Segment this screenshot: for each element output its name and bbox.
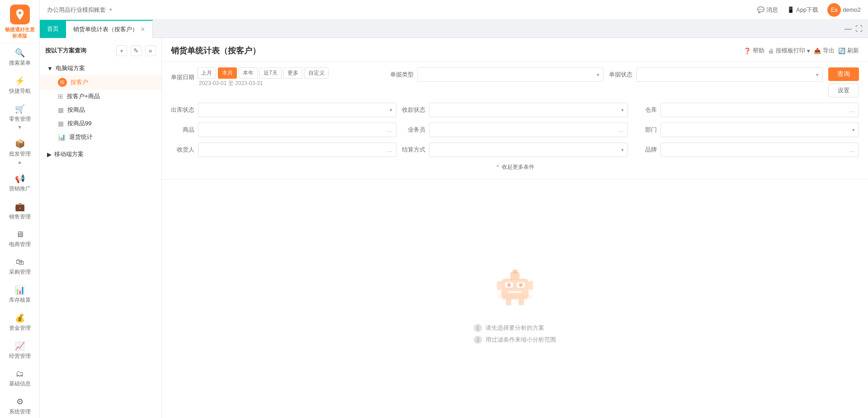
date-this-year[interactable]: 本年 [239, 67, 258, 79]
user-menu[interactable]: Ea demo2 [827, 3, 861, 17]
sidebar-item-ecommerce[interactable]: 🖥 电商管理 [0, 225, 39, 253]
sidebar-item-marketing[interactable]: 📢 营销推广 [0, 169, 39, 197]
sidebar-item-finance[interactable]: 💰 资金管理 [0, 309, 39, 337]
svg-rect-8 [513, 270, 517, 273]
refresh-button[interactable]: 🔄 刷新 [838, 47, 859, 55]
scheme-by-customer-goods[interactable]: ⊞ 按客户+商品 [40, 90, 161, 103]
inventory-icon: 📊 [15, 285, 25, 295]
wholesale-icon: 📦 [15, 139, 25, 149]
scheme-by-goods99[interactable]: ▦ 按商品99 [40, 117, 161, 130]
home-tab-label: 首页 [47, 25, 59, 33]
window-minimize-icon[interactable]: — [844, 25, 852, 33]
basics-icon: 🗂 [16, 369, 24, 379]
salesperson-select[interactable]: … [429, 123, 627, 137]
payment-chevron: ▾ [621, 107, 624, 113]
payment-status-select[interactable]: ▾ [429, 103, 627, 117]
app-icon: 📱 [787, 6, 794, 13]
collapse-label: 收起更多条件 [502, 163, 534, 171]
collapse-bar[interactable]: ⌃ 收起更多条件 [171, 161, 859, 174]
export-icon: 📤 [814, 48, 821, 54]
doc-status-label: 单据状态 [609, 71, 632, 79]
scheme-by-goods[interactable]: ▦ 按商品 [40, 103, 161, 117]
sidebar-item-basics[interactable]: 🗂 基础信息 [0, 365, 39, 392]
delivery-status-select[interactable]: ▾ [198, 103, 396, 117]
left-panel-actions: + ✎ « [116, 45, 156, 56]
goods-select[interactable]: … [198, 123, 396, 137]
department-select[interactable]: ▾ [660, 123, 859, 137]
date-label: 单据日期 [171, 73, 194, 81]
sidebar-basics-label: 基础信息 [9, 380, 31, 388]
quicknav-icon: ⚡ [15, 76, 25, 86]
sidebar: 畅捷通好生意 标准版 🔍 搜索菜单 ⚡ 快捷导航 🛒 零售管理 ▼ 📦 批发管理… [0, 0, 40, 418]
sidebar-item-search[interactable]: 🔍 搜索菜单 [0, 43, 39, 71]
customer-scheme-icon: 按 [58, 78, 67, 87]
tab-home[interactable]: 首页 [40, 20, 66, 38]
sidebar-ecommerce-label: 电商管理 [9, 241, 31, 248]
doc-status-select[interactable]: ▾ [636, 67, 823, 82]
left-panel: 按以下方案查询 + ✎ « ▼ 电脑端方案 [40, 38, 162, 418]
mobile-section-header[interactable]: ▶ 移动端方案 [40, 147, 161, 161]
add-scheme-button[interactable]: + [116, 45, 127, 56]
settlement-select[interactable]: ▾ [429, 142, 627, 157]
brand-dots: … [849, 147, 855, 153]
date-range-text: 2023-03-01 至 2023-03-31 [199, 80, 329, 87]
search-button[interactable]: 查询 [828, 67, 859, 81]
app-download-button[interactable]: 📱 App下载 [787, 6, 818, 14]
print-icon: 🖨 [768, 48, 774, 54]
date-this-month[interactable]: 本月 [218, 67, 237, 79]
settings-button[interactable]: 设置 [828, 84, 859, 97]
tab-sales-stats[interactable]: 销货单统计表（按客户） ✕ [66, 20, 153, 38]
message-button[interactable]: 💬 消息 [757, 6, 778, 14]
sidebar-item-system[interactable]: ⚙ 系统管理 [0, 392, 39, 418]
svg-rect-12 [519, 299, 524, 305]
logo-icon [10, 5, 30, 24]
goods99-icon: ▦ [58, 120, 64, 127]
action-buttons: 查询 设置 [828, 67, 859, 97]
sidebar-item-inventory[interactable]: 📊 库存核算 [0, 280, 39, 309]
sidebar-item-operations[interactable]: 📈 经营管理 [0, 337, 39, 365]
doc-type-select[interactable]: ▾ [417, 67, 604, 82]
export-button[interactable]: 📤 导出 [814, 47, 835, 55]
receiver-select[interactable]: … [198, 142, 396, 157]
window-maximize-icon[interactable]: ⛶ [855, 25, 863, 33]
page-title: 销货单统计表（按客户） [171, 45, 260, 56]
tab-close-icon[interactable]: ✕ [141, 26, 145, 33]
wholesale-chevron: ▲ [17, 159, 22, 165]
scheme-customer-label: 按客户 [71, 78, 88, 86]
date-custom[interactable]: 自定义 [304, 67, 329, 79]
print-dropdown-icon: ▾ [807, 48, 810, 54]
refresh-label: 刷新 [847, 47, 859, 55]
tip-2-text: 用过滤条件来缩小分析范围 [486, 336, 556, 344]
warehouse-select[interactable]: … [660, 103, 859, 117]
collapse-panel-button[interactable]: « [145, 45, 156, 56]
date-options-group: 上月 本月 本年 近7天 更多 自定义 [197, 67, 329, 79]
department-chevron: ▾ [852, 127, 855, 133]
help-button[interactable]: ❓ 帮助 [744, 47, 764, 55]
main-area: 办公用品行业模拟账套 ▾ 💬 消息 📱 App下载 Ea demo2 首页 [40, 0, 868, 418]
sidebar-item-wholesale[interactable]: 📦 批发管理 ▲ [0, 134, 39, 169]
sidebar-item-sales[interactable]: 💼 销售管理 [0, 197, 39, 225]
edit-scheme-button[interactable]: ✎ [131, 45, 142, 56]
sidebar-finance-label: 资金管理 [9, 324, 31, 332]
tip-num-1: 1 [474, 324, 482, 332]
print-button[interactable]: 🖨 按模板打印 ▾ [768, 47, 810, 55]
doc-status-filter: 单据状态 ▾ [609, 67, 823, 82]
doc-type-filter: 单据类型 ▾ [390, 67, 604, 82]
date-7days[interactable]: 近7天 [259, 67, 282, 79]
sidebar-item-retail[interactable]: 🛒 零售管理 ▼ [0, 100, 39, 134]
sidebar-system-label: 系统管理 [9, 408, 31, 416]
brand-select[interactable]: … [660, 142, 859, 157]
date-last-month[interactable]: 上月 [197, 67, 216, 79]
date-more[interactable]: 更多 [283, 67, 302, 79]
sidebar-item-purchase[interactable]: 🛍 采购管理 [0, 253, 39, 280]
sidebar-operations-label: 经营管理 [9, 352, 31, 360]
desktop-section-header[interactable]: ▼ 电脑端方案 [40, 62, 161, 75]
warehouse-label: 仓库 [633, 106, 657, 114]
scheme-by-customer[interactable]: 按 按客户 [40, 75, 161, 90]
scheme-return-stats[interactable]: 📊 退货统计 [40, 130, 161, 144]
svg-rect-6 [508, 291, 522, 293]
top-header: 办公用品行业模拟账套 ▾ 💬 消息 📱 App下载 Ea demo2 [40, 0, 868, 20]
sidebar-item-quicknav[interactable]: ⚡ 快捷导航 [0, 71, 39, 100]
sidebar-retail-label: 零售管理 [9, 115, 31, 123]
industry-dropdown-icon[interactable]: ▾ [109, 7, 112, 13]
